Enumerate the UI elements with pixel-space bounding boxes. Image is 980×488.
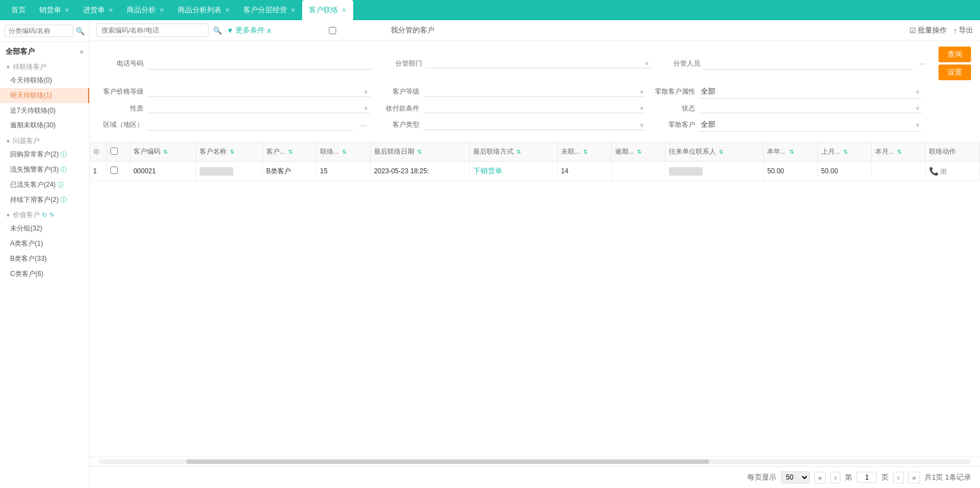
filter-row-1: 电话号码 分管部门 ∨ 分管人员 ··· 查询 设置 xyxy=(99,47,971,80)
close-icon[interactable]: ✕ xyxy=(159,7,164,14)
nav-purchase[interactable]: 进货单 ✕ xyxy=(76,0,120,20)
category-search-input[interactable] xyxy=(4,25,73,37)
gear-icon[interactable]: ⚙ xyxy=(93,148,100,156)
search-icon[interactable]: 🔍 xyxy=(213,26,222,35)
group-pending-contact[interactable]: 待联络客户 xyxy=(0,59,89,73)
sidebar-item-class-a[interactable]: A类客户(1) xyxy=(0,236,89,251)
th-code[interactable]: 客户编码 ⇅ xyxy=(130,142,196,162)
status-select[interactable]: ∨ xyxy=(699,103,922,113)
sort-icon: ⇅ xyxy=(843,149,848,155)
close-icon[interactable]: ✕ xyxy=(108,7,113,14)
retail-attr-select[interactable]: 全部 ∨ xyxy=(699,85,922,99)
th-year-amount[interactable]: 本年... ⇅ xyxy=(764,142,817,162)
group-value-customers[interactable]: 价值客户 ↻ ✎ xyxy=(0,207,89,221)
price-level-select[interactable]: ∨ xyxy=(147,87,370,97)
close-icon[interactable]: ✕ xyxy=(64,7,70,14)
close-icon[interactable]: ✕ xyxy=(341,7,346,14)
sidebar-item-tomorrow-contact[interactable]: 明天待联络(1) xyxy=(0,88,89,103)
setting-button[interactable]: 设置 xyxy=(939,65,971,80)
sidebar-item-ungrouped[interactable]: 未分组(32) xyxy=(0,221,89,236)
status-label: 状态 xyxy=(650,104,695,113)
edit-icon[interactable]: ✎ xyxy=(49,211,54,219)
sidebar-item-abnormal[interactable]: 回购异常客户(2) ⓘ xyxy=(0,147,89,162)
per-page-select[interactable]: 50 100 200 xyxy=(781,471,810,484)
filter-row-4: 区域（地区） ··· 客户类型 ∨ 零散客户 全部 ∨ xyxy=(99,118,971,132)
nav-home[interactable]: 首页 xyxy=(4,0,33,20)
nav-product-analysis-list[interactable]: 商品分析列表 ✕ xyxy=(171,0,237,20)
nav-customer-tier[interactable]: 客户分层经营 ✕ xyxy=(237,0,302,20)
manager-dots-button[interactable]: ··· xyxy=(916,59,930,68)
th-overdue[interactable]: 逾期... ⇅ xyxy=(611,142,665,162)
sidebar-item-today-contact[interactable]: 今天待联络(0) xyxy=(0,73,89,88)
search-icon[interactable]: 🔍 xyxy=(76,27,85,35)
chevron-down-icon: ∨ xyxy=(916,89,919,95)
retail-customer-select[interactable]: 全部 ∨ xyxy=(699,118,922,132)
my-customers-checkbox[interactable]: 我分管的客户 xyxy=(276,25,434,35)
export-button[interactable]: ↑ 导出 xyxy=(954,25,974,35)
my-customers-check[interactable] xyxy=(276,27,389,34)
row-check[interactable] xyxy=(110,167,118,174)
nav-sales[interactable]: 销货单 ✕ xyxy=(33,0,76,20)
row-last-method: 下销货单 xyxy=(469,162,557,181)
first-page-button[interactable]: « xyxy=(814,472,826,484)
horizontal-scrollbar[interactable] xyxy=(90,457,980,466)
region-dots-button[interactable]: ··· xyxy=(357,121,370,130)
data-table-container: ⚙ 客户编码 ⇅ 客户名称 ⇅ 客户... ⇅ 联络... ⇅ 最后联络日期 ⇅… xyxy=(90,142,980,457)
row-name: ████ xyxy=(196,162,262,181)
th-name[interactable]: 客户名称 ⇅ xyxy=(196,142,262,162)
region-input[interactable] xyxy=(147,119,353,131)
sort-icon: ⇅ xyxy=(342,149,346,155)
all-customers-header[interactable]: 全部客户 « xyxy=(0,42,89,59)
close-icon[interactable]: ✕ xyxy=(290,7,295,14)
customer-level-select[interactable]: ∨ xyxy=(423,87,646,97)
refresh-icon[interactable]: ↻ xyxy=(42,211,47,219)
sidebar-item-churned[interactable]: 已流失客户(24) ⓘ xyxy=(0,177,89,192)
select-all-checkbox[interactable] xyxy=(110,148,118,155)
next-page-button[interactable]: › xyxy=(893,472,903,484)
th-last-method[interactable]: 最后联络方式 ⇅ xyxy=(469,142,557,162)
price-level-label: 客户价格等级 xyxy=(99,87,144,96)
filter-retail-customer: 零散客户 全部 ∨ xyxy=(650,118,922,132)
dept-select[interactable]: ∨ xyxy=(426,58,651,68)
prev-page-button[interactable]: ‹ xyxy=(830,472,840,484)
content-area: 🔍 ▼ 更多条件 ∧ 我分管的客户 ☑ 批量操作 ↑ 导出 xyxy=(90,20,980,488)
batch-action-button[interactable]: ☑ 批量操作 xyxy=(909,25,947,35)
sidebar-item-declining[interactable]: 持续下滑客户(2) ⓘ xyxy=(0,192,89,208)
nav-product-analysis[interactable]: 商品分析 ✕ xyxy=(120,0,171,20)
grid-action-icon[interactable]: ⊞ xyxy=(940,167,947,176)
table-row: 1 000021 ████ B类客户 15 2023-05-23 18:25: … xyxy=(90,162,980,181)
customer-type-select[interactable]: ∨ xyxy=(423,120,646,130)
group-problem-customers[interactable]: 问题客户 xyxy=(0,133,89,147)
th-unlisted[interactable]: 未联... ⇅ xyxy=(557,142,611,162)
close-icon[interactable]: ✕ xyxy=(225,7,230,14)
phone-input[interactable] xyxy=(147,58,373,70)
th-type[interactable]: 客户... ⇅ xyxy=(262,142,316,162)
row-overdue xyxy=(611,162,665,181)
th-contacts[interactable]: 往来单位联系人 ⇅ xyxy=(665,142,764,162)
payment-select[interactable]: ∨ xyxy=(423,103,646,113)
sidebar-item-overdue-contact[interactable]: 逾期未联络(30) xyxy=(0,118,89,133)
sidebar-item-class-b[interactable]: B类客户(33) xyxy=(0,251,89,266)
filter-price-level: 客户价格等级 ∨ xyxy=(99,87,370,97)
scroll-thumb[interactable] xyxy=(186,459,710,464)
search-input[interactable] xyxy=(96,24,209,37)
sidebar-item-class-c[interactable]: C类客户(6) xyxy=(0,266,89,282)
th-contact-count[interactable]: 联络... ⇅ xyxy=(316,142,370,162)
page-number-input[interactable] xyxy=(857,472,877,483)
th-last-month[interactable]: 上月... ⇅ xyxy=(817,142,871,162)
sidebar-item-churn-warning[interactable]: 流失预警客户(3) ⓘ xyxy=(0,162,89,177)
more-conditions-button[interactable]: ▼ 更多条件 ∧ xyxy=(226,25,272,35)
filter-bar: 🔍 ▼ 更多条件 ∧ 我分管的客户 ☑ 批量操作 ↑ 导出 xyxy=(90,20,980,41)
query-button[interactable]: 查询 xyxy=(939,47,971,62)
th-this-month[interactable]: 本月... ⇅ xyxy=(871,142,925,162)
last-method-link[interactable]: 下销货单 xyxy=(473,167,502,175)
collapse-icon[interactable]: « xyxy=(80,48,84,56)
manager-input[interactable] xyxy=(704,58,913,70)
filter-action-buttons: 查询 设置 xyxy=(939,47,971,80)
phone-action-icon[interactable]: 📞 xyxy=(929,167,939,176)
nav-customer-contact[interactable]: 客户联络 ✕ xyxy=(302,0,353,20)
nature-select[interactable]: ∨ xyxy=(147,103,370,113)
last-page-button[interactable]: » xyxy=(908,472,920,484)
th-last-date[interactable]: 最后联络日期 ⇅ xyxy=(370,142,469,162)
sidebar-item-7day-contact[interactable]: 近7天待联络(0) xyxy=(0,103,89,118)
